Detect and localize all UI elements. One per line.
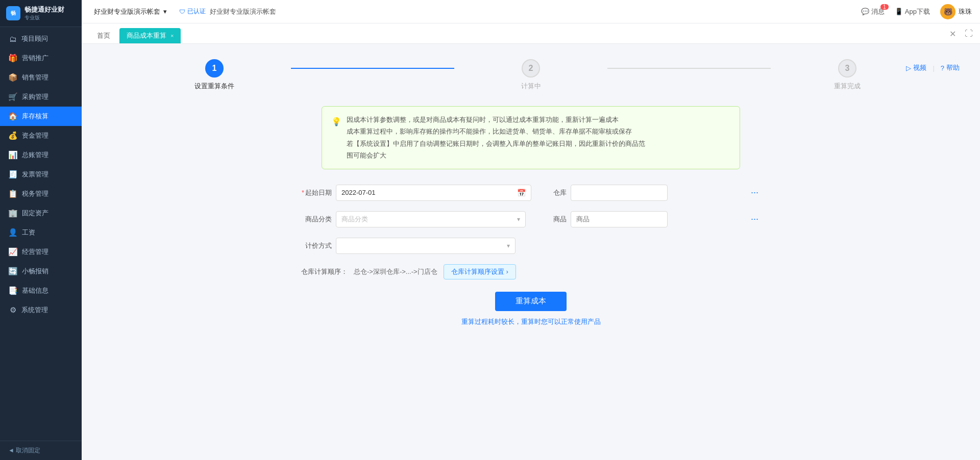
sidebar-item-sales[interactable]: 📦销售管理: [0, 68, 82, 87]
sidebar-item-label-expense: 小畅报销: [22, 267, 48, 276]
sidebar-item-inventory[interactable]: 🏠库存核算: [0, 107, 82, 126]
info-line-1: 因成本计算参数调整，或是对商品成本有疑问时，可以通过成本重算功能，重新计算一遍成…: [347, 114, 645, 125]
sidebar-item-basic_info[interactable]: 📑基础信息: [0, 281, 82, 300]
payroll-icon: 👤: [8, 228, 18, 237]
close-panel-button[interactable]: ✕: [945, 27, 960, 41]
expand-panel-button[interactable]: ⛶: [962, 27, 976, 41]
hint-text: 重算过程耗时较长，重算时您可以正常使用产品: [301, 317, 761, 326]
panel-controls: ✕ ⛶: [945, 27, 976, 41]
user-avatar[interactable]: 🐻 珠珠: [940, 4, 972, 19]
info-text: 因成本计算参数调整，或是对商品成本有疑问时，可以通过成本重算功能，重新计算一遍成…: [347, 114, 645, 162]
sidebar-item-accounting[interactable]: 📊总账管理: [0, 145, 82, 165]
goods-input[interactable]: [571, 211, 668, 227]
play-icon: ▷: [906, 64, 911, 72]
topbar: 好业财专业版演示帐套 ▾ 🛡 已认证 好业财专业版演示帐套 💬 消息 1 📱 A…: [82, 0, 980, 23]
category-placeholder: 商品分类: [341, 215, 368, 224]
avatar-image: 🐻: [940, 4, 955, 19]
system-icon: ⚙: [8, 305, 17, 315]
main-area: 好业财专业版演示帐套 ▾ 🛡 已认证 好业财专业版演示帐套 💬 消息 1 📱 A…: [82, 0, 980, 460]
app-download-label: App下载: [905, 7, 930, 16]
warehouse-order-value: 总仓->深圳仓库->...->门店仓: [354, 267, 437, 276]
account-selector[interactable]: 好业财专业版演示帐套 ▾: [90, 5, 171, 18]
warehouse-order-arrow-icon: ›: [506, 268, 508, 275]
warehouse-order-label: 仓库计算顺序：: [301, 267, 348, 276]
step-1: 1 设置重算条件: [138, 59, 291, 91]
sidebar-unpin[interactable]: ◄ 取消固定: [0, 441, 82, 460]
step-3-circle: 3: [838, 59, 856, 78]
form-group-start-date: *起始日期 📅: [301, 185, 526, 201]
sidebar-item-purchase[interactable]: 🛒采购管理: [0, 87, 82, 107]
sidebar-item-label-accounting: 总账管理: [22, 150, 48, 160]
info-container: 💡 因成本计算参数调整，或是对商品成本有疑问时，可以通过成本重算功能，重新计算一…: [322, 106, 740, 169]
video-link[interactable]: ▷ 视频: [906, 63, 926, 72]
start-date-input[interactable]: [336, 185, 531, 201]
sidebar-item-finance[interactable]: 💰资金管理: [0, 126, 82, 145]
marketing-icon: 🎁: [8, 54, 18, 63]
help-links: ▷ 视频 | ? 帮助: [906, 63, 960, 72]
sidebar-app-name: 畅捷通好业财: [24, 5, 64, 14]
warehouse-label: 仓库: [536, 188, 567, 197]
sidebar-item-operations[interactable]: 📈经营管理: [0, 242, 82, 262]
sidebar-item-invoice[interactable]: 🧾发票管理: [0, 165, 82, 184]
sidebar-item-marketing[interactable]: 🎁营销推广: [0, 48, 82, 68]
form-group-category: 商品分类 商品分类 ▾: [301, 211, 526, 227]
video-label: 视频: [913, 63, 926, 72]
sidebar-item-payroll[interactable]: 👤工资: [0, 223, 82, 242]
pricing-select[interactable]: ▾: [336, 238, 516, 254]
category-select[interactable]: 商品分类 ▾: [336, 211, 526, 227]
sidebar-item-expense[interactable]: 🔄小畅报销: [0, 262, 82, 281]
info-line-3: 若【系统设置】中启用了自动调整记账日期时，会调整入库单的整单记账日期，因此重新计…: [347, 138, 645, 149]
purchase-icon: 🛒: [8, 92, 18, 101]
tabbar: 首页 商品成本重算 × ✕ ⛶: [82, 23, 980, 44]
step-line-1: [291, 68, 454, 69]
tab-recalc-label: 商品成本重算: [127, 31, 166, 40]
tab-home[interactable]: 首页: [90, 28, 117, 43]
sidebar-item-system[interactable]: ⚙系统管理: [0, 300, 82, 320]
calendar-icon[interactable]: 📅: [517, 189, 526, 197]
sidebar-item-label-project: 项目顾问: [21, 34, 48, 43]
sidebar-item-fixed_assets[interactable]: 🏢固定资产: [0, 203, 82, 223]
help-label: 帮助: [946, 63, 960, 72]
goods-dots-button[interactable]: ···: [749, 214, 761, 224]
expense-icon: 🔄: [8, 267, 18, 276]
form-group-pricing: 计价方式 ▾: [301, 238, 516, 254]
warehouse-order-btn-text: 仓库计算顺序设置: [451, 267, 504, 276]
step-3-label: 重算完成: [834, 82, 861, 91]
form-group-goods: 商品 ···: [536, 211, 761, 227]
invoice-icon: 🧾: [8, 170, 18, 179]
form-row-1: *起始日期 📅 仓库 ···: [301, 185, 761, 201]
warehouse-dots-button[interactable]: ···: [749, 187, 761, 198]
account-select-text: 好业财专业版演示帐套: [94, 7, 160, 16]
recalc-button[interactable]: 重算成本: [495, 292, 567, 311]
sidebar-item-label-basic_info: 基础信息: [22, 286, 48, 295]
warehouse-input[interactable]: [571, 185, 668, 201]
project-icon: 🗂: [8, 35, 17, 43]
sidebar-item-label-marketing: 营销推广: [22, 54, 48, 63]
app-download-button[interactable]: 📱 App下载: [895, 7, 930, 16]
sidebar-item-label-tax: 税务管理: [22, 189, 48, 198]
tab-recalc[interactable]: 商品成本重算 ×: [119, 28, 181, 43]
message-badge: 1: [880, 4, 889, 10]
operations-icon: 📈: [8, 247, 18, 257]
help-link[interactable]: ? 帮助: [941, 63, 960, 72]
sidebar-item-label-finance: 资金管理: [22, 131, 48, 140]
info-icon: 💡: [331, 115, 341, 162]
accounting-icon: 📊: [8, 150, 18, 160]
sidebar-item-label-sales: 销售管理: [22, 73, 48, 82]
goods-label: 商品: [536, 215, 567, 224]
account-name: 好业财专业版演示帐套: [210, 7, 276, 16]
tab-close-icon[interactable]: ×: [170, 33, 174, 39]
form-section: *起始日期 📅 仓库 ··· 商品分: [301, 185, 761, 326]
sidebar-item-label-operations: 经营管理: [22, 247, 48, 257]
step-2-label: 计算中: [521, 82, 541, 91]
sales-icon: 📦: [8, 73, 18, 82]
sidebar-item-tax[interactable]: 📋税务管理: [0, 184, 82, 203]
question-icon: ?: [941, 64, 944, 72]
steps-section: 1 设置重算条件 2 计算中 3: [102, 59, 960, 91]
message-button[interactable]: 💬 消息 1: [861, 7, 885, 16]
help-divider: |: [933, 64, 934, 72]
warehouse-order-settings-button[interactable]: 仓库计算顺序设置 ›: [444, 264, 516, 279]
sidebar-item-project[interactable]: 🗂项目顾问: [0, 29, 82, 48]
sidebar-item-label-payroll: 工资: [22, 228, 35, 237]
warehouse-order-row: 仓库计算顺序： 总仓->深圳仓库->...->门店仓 仓库计算顺序设置 ›: [301, 264, 761, 279]
